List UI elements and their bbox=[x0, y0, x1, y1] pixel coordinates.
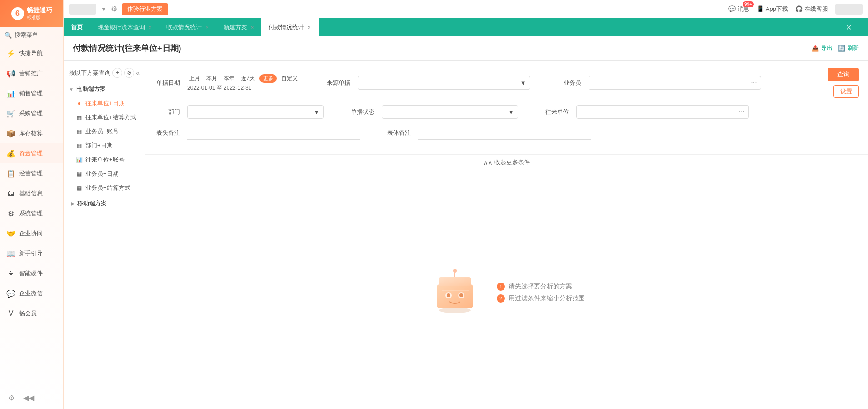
search-menu[interactable]: 🔍 搜索菜单 bbox=[0, 27, 63, 43]
desktop-scheme-group: ▼ 电脑端方案 ● 往来单位+日期 ▦ 往来单位+结算方式 ▦ bbox=[64, 82, 145, 195]
tab-receipt-stat-close[interactable]: × bbox=[205, 25, 208, 30]
svg-point-8 bbox=[453, 269, 457, 273]
inventory-icon: 📦 bbox=[6, 129, 15, 138]
mobile-group-header[interactable]: ▶ 移动端方案 bbox=[65, 197, 145, 210]
tab-bank[interactable]: 现金银行流水查询 × bbox=[90, 18, 159, 36]
sidebar-item-label: 采购管理 bbox=[19, 109, 43, 117]
operation-icon: 📋 bbox=[6, 169, 15, 178]
topbar-gear-icon[interactable]: ⚙ bbox=[111, 5, 117, 13]
filter-settings-btn[interactable]: 设置 bbox=[833, 85, 859, 98]
sidebar-item-label: 库存核算 bbox=[19, 129, 43, 137]
date-btn-7days[interactable]: 近7天 bbox=[239, 74, 257, 83]
scheme-item-label: 业务员+日期 bbox=[85, 170, 119, 178]
sidebar-header: 6 畅捷通巧 标准版 bbox=[0, 0, 63, 27]
dept-select[interactable]: ▼ bbox=[187, 105, 324, 119]
tab-new-scheme[interactable]: 新建方案 × bbox=[216, 18, 261, 36]
sidebar-item-marketing[interactable]: 📢 营销推广 bbox=[0, 63, 63, 83]
system-icon: ⚙ bbox=[6, 209, 15, 218]
scheme-collapse-btn[interactable]: « bbox=[136, 69, 140, 76]
date-btn-more[interactable]: 更多 bbox=[259, 74, 277, 83]
salesman-select[interactable]: ··· bbox=[589, 76, 761, 90]
tab-bank-close[interactable]: × bbox=[149, 25, 151, 30]
tab-expand-btn[interactable]: ⛶ bbox=[855, 23, 863, 31]
sidebar-item-wechat[interactable]: 💬 企业微信 bbox=[0, 283, 63, 303]
sidebar-item-vip[interactable]: V 畅会员 bbox=[0, 303, 63, 323]
scheme-item-salesman-date[interactable]: ▦ 业务员+日期 bbox=[70, 167, 143, 181]
topbar-user-placeholder bbox=[69, 4, 96, 15]
page-actions: 📤 导出 🔄 刷新 bbox=[812, 44, 859, 52]
sidebar-footer: ⚙ ◀◀ bbox=[0, 386, 63, 409]
tab-home[interactable]: 首页 bbox=[64, 18, 90, 36]
desktop-group-header[interactable]: ▼ 电脑端方案 bbox=[64, 82, 145, 96]
sidebar-item-sales[interactable]: 📊 销售管理 bbox=[0, 83, 63, 103]
tab-receipt-stat[interactable]: 收款情况统计 × bbox=[159, 18, 216, 36]
sales-icon: 📊 bbox=[6, 89, 15, 98]
header-note-input[interactable] bbox=[187, 126, 360, 140]
sidebar-item-finance[interactable]: 💰 资金管理 bbox=[0, 143, 63, 163]
scheme-item-salesman-account[interactable]: ▦ 业务员+账号 bbox=[70, 125, 143, 138]
user-avatar[interactable] bbox=[835, 4, 863, 15]
sidebar-item-label: 畅会员 bbox=[19, 309, 37, 318]
scheme-item-label: 业务员+结算方式 bbox=[85, 184, 130, 192]
source-select[interactable]: ▼ bbox=[358, 76, 530, 90]
sidebar-item-collab[interactable]: 🤝 企业协同 bbox=[0, 223, 63, 243]
export-btn[interactable]: 📤 导出 bbox=[812, 44, 833, 52]
refresh-btn[interactable]: 🔄 刷新 bbox=[838, 44, 859, 52]
query-btn[interactable]: 查询 bbox=[828, 68, 859, 81]
date-btn-custom[interactable]: 自定义 bbox=[279, 74, 299, 83]
app-download-btn[interactable]: 📱 App下载 bbox=[757, 5, 788, 13]
msg-btn[interactable]: 💬 消息 99+ bbox=[728, 5, 749, 13]
sidebar-item-label: 企业协同 bbox=[19, 229, 43, 237]
sidebar-item-purchase[interactable]: 🛒 采购管理 bbox=[0, 103, 63, 123]
tab-payment-stat-close[interactable]: × bbox=[308, 25, 310, 30]
scheme-item-label: 往来单位+日期 bbox=[85, 99, 125, 107]
sidebar-item-inventory[interactable]: 📦 库存核算 bbox=[0, 123, 63, 143]
svg-point-0 bbox=[439, 308, 471, 313]
service-btn[interactable]: 🎧 在线客服 bbox=[795, 5, 828, 13]
sidebar-item-hardware[interactable]: 🖨 智能硬件 bbox=[0, 263, 63, 283]
sidebar-collapse-btn[interactable]: ◀◀ bbox=[22, 391, 35, 404]
tab-new-scheme-close[interactable]: × bbox=[251, 25, 254, 30]
sidebar-item-quick-nav[interactable]: ⚡ 快捷导航 bbox=[0, 43, 63, 63]
content-body: 按以下方案查询 + ⚙ « ▼ 电脑端方案 ● 往 bbox=[64, 61, 868, 409]
topbar-dropdown-icon[interactable]: ▼ bbox=[101, 6, 106, 12]
refresh-icon: 🔄 bbox=[838, 45, 845, 52]
date-btn-last-month[interactable]: 上月 bbox=[187, 74, 202, 83]
tip2-text: 用过滤条件来缩小分析范围 bbox=[509, 294, 585, 303]
sidebar-item-guide[interactable]: 📖 新手引导 bbox=[0, 243, 63, 263]
scheme-item-partner-settle[interactable]: ▦ 往来单位+结算方式 bbox=[70, 111, 143, 124]
scheme-item-dept-date[interactable]: ▦ 部门+日期 bbox=[70, 139, 143, 152]
service-icon: 🎧 bbox=[795, 5, 803, 12]
sidebar-item-operation[interactable]: 📋 经营管理 bbox=[0, 163, 63, 183]
sidebar-item-label: 快捷导航 bbox=[19, 49, 43, 57]
date-btn-this-year[interactable]: 本年 bbox=[222, 74, 236, 83]
filter-row-3: 表头备注 表体备注 bbox=[155, 126, 859, 140]
app-label: App下载 bbox=[766, 5, 788, 13]
tab-close-all-btn[interactable]: ✕ bbox=[846, 23, 852, 32]
body-note-input[interactable] bbox=[418, 126, 591, 140]
sidebar-item-basic[interactable]: 🗂 基础信息 bbox=[0, 183, 63, 203]
mobile-scheme-group: ▶ 移动端方案 bbox=[64, 197, 145, 210]
industry-btn[interactable]: 体验行业方案 bbox=[122, 3, 168, 15]
scheme-settings-btn[interactable]: ⚙ bbox=[124, 68, 134, 78]
scheme-add-btn[interactable]: + bbox=[112, 68, 122, 78]
page-header: 付款情况统计(往来单位+日期) 📤 导出 🔄 刷新 bbox=[64, 36, 868, 61]
sidebar-item-system[interactable]: ⚙ 系统管理 bbox=[0, 203, 63, 223]
date-btn-this-month[interactable]: 本月 bbox=[205, 74, 219, 83]
scheme-table-icon: ▦ bbox=[75, 128, 83, 135]
partner-dots[interactable]: ··· bbox=[739, 108, 745, 116]
app-logo: 6 bbox=[11, 7, 24, 20]
scheme-item-partner-account[interactable]: 📊 往来单位+账号 bbox=[70, 153, 143, 167]
tab-payment-stat[interactable]: 付款情况统计 × bbox=[261, 18, 318, 36]
date-label: 单据日期 bbox=[155, 79, 180, 87]
partner-label: 往来单位 bbox=[544, 108, 569, 116]
empty-text: 1 请先选择要分析的方案 2 用过滤条件来缩小分析范围 bbox=[497, 283, 585, 306]
partner-select[interactable]: ··· bbox=[576, 105, 749, 119]
scheme-item-salesman-settle[interactable]: ▦ 业务员+结算方式 bbox=[70, 181, 143, 195]
scheme-item-partner-date[interactable]: ● 往来单位+日期 bbox=[70, 96, 143, 110]
collapse-conditions-btn[interactable]: ∧∧ 收起更多条件 bbox=[484, 158, 530, 167]
tabbar: 首页 现金银行流水查询 × 收款情况统计 × 新建方案 × 付款情况统计 × ✕… bbox=[64, 18, 868, 36]
salesman-dots[interactable]: ··· bbox=[751, 79, 757, 87]
sidebar-settings-btn[interactable]: ⚙ bbox=[5, 391, 18, 404]
doc-status-select[interactable]: ▼ bbox=[382, 105, 518, 119]
